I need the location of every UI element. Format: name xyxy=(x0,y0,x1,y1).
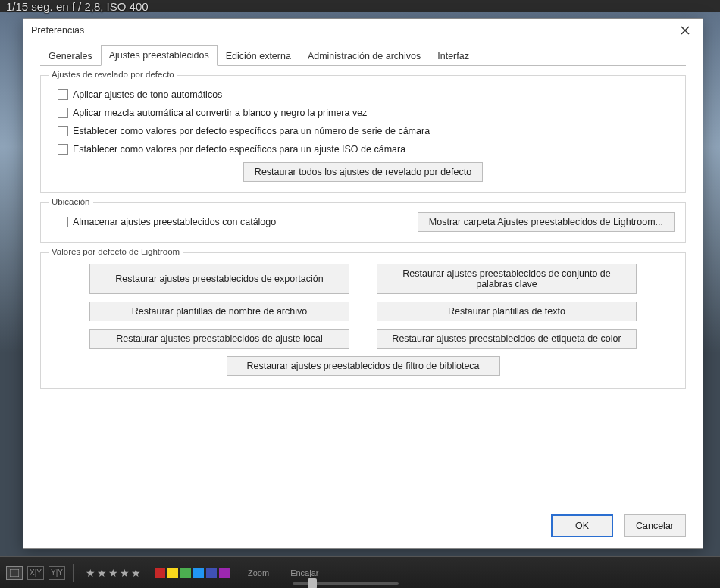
show-presets-folder-button[interactable]: Mostrar carpeta Ajustes preestablecidos … xyxy=(418,212,675,232)
zoom-label: Zoom xyxy=(248,568,269,577)
checkbox-icon xyxy=(58,126,68,136)
checkbox-icon xyxy=(58,89,68,100)
tab-ajustes-preestablecidos[interactable]: Ajustes preestablecidos xyxy=(101,45,218,66)
group-location: Ubicación Almacenar ajustes preestableci… xyxy=(40,202,686,243)
grid-view-icon[interactable] xyxy=(6,566,23,580)
preferences-dialog: Preferencias Generales Ajustes preestabl… xyxy=(23,18,703,549)
tab-administracion-archivos[interactable]: Administración de archivos xyxy=(299,46,429,66)
restore-export-presets-button[interactable]: Restaurar ajustes preestablecidos de exp… xyxy=(89,264,349,294)
tabs: Generales Ajustes preestablecidos Edició… xyxy=(40,45,686,66)
star-icon: ★ xyxy=(86,567,95,579)
titlebar: Preferencias xyxy=(23,19,703,42)
compare-yy-icon[interactable]: Y|Y xyxy=(49,566,65,580)
color-swatch[interactable] xyxy=(219,568,230,578)
tab-interfaz[interactable]: Interfaz xyxy=(429,46,477,66)
checkbox-label: Establecer como valores por defecto espe… xyxy=(73,144,405,155)
checkbox-icon xyxy=(58,108,68,118)
color-swatch[interactable] xyxy=(155,568,165,578)
restore-color-label-presets-button[interactable]: Restaurar ajustes preestablecidos de eti… xyxy=(377,329,637,349)
group-title: Ubicación xyxy=(49,197,93,206)
checkbox-apply-auto-bw-mix[interactable]: Aplicar mezcla automática al convertir a… xyxy=(58,108,675,118)
group-develop-defaults: Ajustes de revelado por defecto Aplicar … xyxy=(40,75,686,193)
checkbox-apply-auto-tone[interactable]: Aplicar ajustes de tono automáticos xyxy=(58,89,675,100)
star-icon: ★ xyxy=(97,567,107,579)
group-title: Ajustes de revelado por defecto xyxy=(49,70,177,79)
restore-develop-defaults-button[interactable]: Restaurar todos los ajustes de revelado … xyxy=(243,162,483,182)
checkbox-store-presets-with-catalog[interactable]: Almacenar ajustes preestablecidos con ca… xyxy=(58,217,276,227)
restore-keyword-set-presets-button[interactable]: Restaurar ajustes preestablecidos de con… xyxy=(377,264,637,294)
dialog-title: Preferencias xyxy=(31,25,84,36)
star-icon: ★ xyxy=(108,567,118,579)
tab-edicion-externa[interactable]: Edición externa xyxy=(218,46,299,66)
checkbox-defaults-camera-serial[interactable]: Establecer como valores por defecto espe… xyxy=(58,126,675,136)
group-lightroom-defaults: Valores por defecto de Lightroom Restaur… xyxy=(40,252,686,389)
svg-rect-0 xyxy=(10,569,19,577)
color-swatch[interactable] xyxy=(206,568,217,578)
restore-filename-templates-button[interactable]: Restaurar plantillas de nombre de archiv… xyxy=(89,302,349,321)
group-title: Valores por defecto de Lightroom xyxy=(49,247,183,256)
cancel-button[interactable]: Cancelar xyxy=(624,514,686,537)
app-bottom-toolbar: X|Y Y|Y ★ ★ ★ ★ ★ Zoom Encajar xyxy=(0,556,720,588)
close-button[interactable] xyxy=(674,21,697,39)
grid-icon xyxy=(10,569,19,577)
checkbox-icon xyxy=(58,144,68,155)
star-icon: ★ xyxy=(131,567,141,579)
dialog-footer: OK Cancelar xyxy=(551,514,686,537)
checkbox-label: Aplicar mezcla automática al convertir a… xyxy=(73,108,367,118)
exif-overlay: 1/15 seg. en f / 2,8, ISO 400 xyxy=(6,0,149,13)
checkbox-label: Establecer como valores por defecto espe… xyxy=(73,126,430,136)
color-swatch[interactable] xyxy=(193,568,204,578)
close-icon xyxy=(681,26,690,35)
rating-stars[interactable]: ★ ★ ★ ★ ★ xyxy=(86,567,141,579)
color-swatch[interactable] xyxy=(180,568,191,578)
restore-local-adjustment-presets-button[interactable]: Restaurar ajustes preestablecidos de aju… xyxy=(89,329,349,349)
color-swatch[interactable] xyxy=(167,568,178,578)
color-label-swatches[interactable] xyxy=(155,568,230,578)
checkbox-defaults-camera-iso[interactable]: Establecer como valores por defecto espe… xyxy=(58,144,675,155)
thumbnail-size-slider[interactable] xyxy=(293,582,399,585)
ok-button[interactable]: OK xyxy=(551,514,613,537)
toolbar-separator xyxy=(73,564,74,582)
restore-library-filter-presets-button[interactable]: Restaurar ajustes preestablecidos de fil… xyxy=(227,356,500,376)
checkbox-icon xyxy=(58,217,68,227)
slider-thumb-icon xyxy=(308,578,317,588)
checkbox-label: Aplicar ajustes de tono automáticos xyxy=(73,89,222,100)
restore-text-templates-button[interactable]: Restaurar plantillas de texto xyxy=(377,302,637,321)
compare-xy-icon[interactable]: X|Y xyxy=(27,566,44,580)
fit-label: Encajar xyxy=(290,568,318,577)
checkbox-label: Almacenar ajustes preestablecidos con ca… xyxy=(73,217,276,227)
tab-generales[interactable]: Generales xyxy=(40,46,101,66)
star-icon: ★ xyxy=(120,567,130,579)
